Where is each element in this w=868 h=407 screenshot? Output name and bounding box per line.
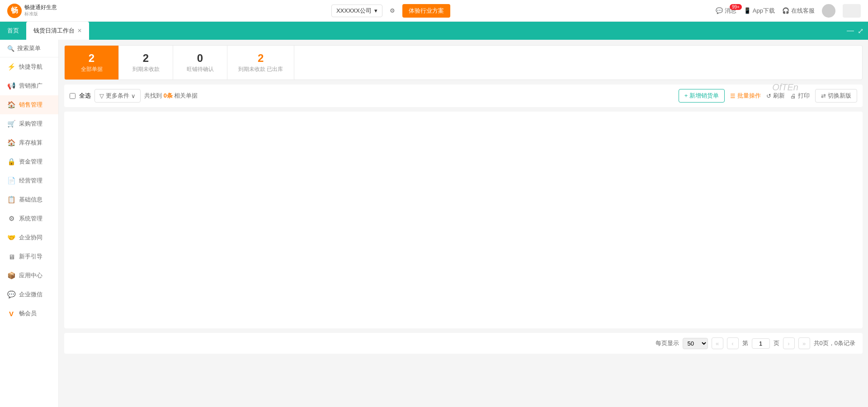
- top-header: 畅 畅捷通好生意 标准版 XXXXXX公司 ▾ ⚙ 体验行业方案 💬 消息 99…: [0, 0, 868, 22]
- new-order-button[interactable]: + 新增销货单: [679, 89, 725, 103]
- per-page-label: 每页显示: [656, 339, 679, 347]
- sidebar-item-operations[interactable]: 📄 经营管理: [0, 171, 58, 190]
- filter-button[interactable]: ▽ 更多条件 ∨: [94, 89, 141, 103]
- refresh-button[interactable]: ↺ 刷新: [766, 92, 785, 100]
- service-icon: 🎧: [782, 7, 789, 14]
- page-input[interactable]: [752, 338, 770, 349]
- sidebar-item-quick-nav[interactable]: ⚡ 快捷导航: [0, 57, 58, 76]
- batch-label: 批量操作: [737, 92, 761, 100]
- sidebar-item-member[interactable]: V 畅会员: [0, 304, 58, 323]
- batch-operation-button[interactable]: ☰ 批量操作: [730, 92, 761, 100]
- next-page-button[interactable]: ›: [783, 337, 795, 349]
- app-center-icon: 📦: [7, 271, 15, 280]
- company-selector[interactable]: XXXXXX公司 ▾: [331, 5, 382, 17]
- sidebar-label-purchase: 采购管理: [19, 120, 42, 128]
- stats-tabs: 2 全部单据 2 到期未收款 0 旺铺待确认 2 到期未收款 已出库: [64, 45, 863, 80]
- online-service-item[interactable]: 🎧 在线客服: [782, 7, 815, 15]
- operations-icon: 📄: [7, 177, 15, 185]
- tab-close-icon[interactable]: ✕: [77, 28, 82, 34]
- quick-nav-icon: ⚡: [7, 63, 15, 71]
- stat-num-shipped: 2: [238, 52, 283, 65]
- toolbar-left: 全选 ▽ 更多条件 ∨ 共找到 0条 相关单据: [70, 89, 675, 103]
- sidebar-item-cooperation[interactable]: 🤝 企业协同: [0, 228, 58, 247]
- tab-minimize-icon[interactable]: —: [847, 27, 854, 35]
- stat-tab-shipped[interactable]: 2 到期未收款 已出库: [227, 46, 294, 80]
- switch-label: 切换新版: [828, 92, 851, 100]
- marketing-icon: 📢: [7, 82, 15, 90]
- sidebar-item-marketing[interactable]: 📢 营销推广: [0, 76, 58, 95]
- select-all-checkbox[interactable]: [70, 93, 75, 99]
- sidebar-item-system[interactable]: ⚙ 系统管理: [0, 209, 58, 228]
- experience-button[interactable]: 体验行业方案: [402, 4, 450, 18]
- print-button[interactable]: 🖨 打印: [790, 92, 810, 100]
- sidebar-item-purchase[interactable]: 🛒 采购管理: [0, 114, 58, 133]
- sidebar-item-sales[interactable]: 🏠 销售管理: [0, 95, 58, 114]
- chevron-down-icon: ▾: [374, 7, 377, 14]
- stat-label-shipped: 到期未收款 已出库: [238, 65, 283, 73]
- sidebar-label-quick-nav: 快捷导航: [19, 63, 42, 71]
- stat-num-all: 2: [75, 52, 108, 65]
- stat-label-all: 全部单据: [75, 65, 108, 73]
- logo-title: 畅捷通好生意: [24, 4, 57, 11]
- last-page-button[interactable]: »: [798, 337, 810, 349]
- sidebar-item-guide[interactable]: 🖥 新手引导: [0, 247, 58, 266]
- avatar[interactable]: [822, 4, 835, 18]
- sidebar-label-guide: 新手引导: [19, 253, 42, 261]
- found-text: 共找到 0条 相关单据: [144, 92, 198, 100]
- first-page-button[interactable]: «: [712, 337, 723, 349]
- stat-label-wangpu: 旺铺待确认: [184, 65, 216, 73]
- stat-tab-overdue[interactable]: 2 到期未收款: [119, 46, 173, 80]
- finance-icon: 🔒: [7, 158, 15, 166]
- sidebar-item-inventory[interactable]: 🏠 库存核算: [0, 133, 58, 152]
- gear-icon: ⚙: [390, 7, 395, 14]
- switch-icon: ⇄: [821, 93, 826, 99]
- message-icon: 💬: [716, 7, 723, 14]
- switch-version-button[interactable]: ⇄ 切换新版: [815, 89, 857, 103]
- app-icon: 📱: [744, 7, 751, 14]
- prev-page-button[interactable]: ‹: [727, 337, 739, 349]
- tab-home[interactable]: 首页: [0, 22, 26, 40]
- settings-button[interactable]: ⚙: [386, 5, 399, 17]
- found-count: 0条: [164, 92, 173, 99]
- cooperation-icon: 🤝: [7, 234, 15, 242]
- sidebar-label-inventory: 库存核算: [19, 139, 42, 147]
- stat-num-wangpu: 0: [184, 52, 216, 65]
- sidebar: 🔍 搜索菜单 ⚡ 快捷导航 📢 营销推广 🏠 销售管理 🛒 采购管理 🏠 库存核…: [0, 40, 59, 407]
- stat-num-overdue: 2: [130, 52, 162, 65]
- per-page-select[interactable]: 50 20 100: [683, 338, 708, 349]
- sidebar-label-sales: 销售管理: [19, 101, 42, 109]
- sidebar-item-app-center[interactable]: 📦 应用中心: [0, 266, 58, 285]
- sidebar-label-cooperation: 企业协同: [19, 234, 42, 242]
- guide-icon: 🖥: [7, 253, 15, 261]
- basic-info-icon: 📋: [7, 196, 15, 204]
- logo-area: 畅 畅捷通好生意 标准版: [7, 4, 66, 18]
- tab-expand-icon[interactable]: ⤢: [858, 27, 863, 35]
- stat-tab-wangpu[interactable]: 0 旺铺待确认: [173, 46, 227, 80]
- header-right: 💬 消息 99+ 📱 App下载 🎧 在线客服: [716, 4, 861, 18]
- search-menu-label: 搜索菜单: [17, 44, 41, 52]
- app-download-item[interactable]: 📱 App下载: [744, 7, 775, 15]
- app-download-label: App下载: [753, 7, 775, 15]
- messages-item[interactable]: 💬 消息 99+: [716, 7, 736, 15]
- sidebar-label-app-center: 应用中心: [19, 271, 42, 280]
- tab-work-bench-label: 钱货日清工作台: [33, 27, 75, 35]
- user-extra[interactable]: [843, 4, 861, 18]
- refresh-label: 刷新: [773, 92, 785, 100]
- toolbar-right: + 新增销货单 ☰ 批量操作 ↺ 刷新 🖨 打印 ⇄ 切换新版: [679, 89, 857, 103]
- wechat-icon: 💬: [7, 290, 15, 299]
- tab-work-bench[interactable]: 钱货日清工作台 ✕: [26, 22, 89, 40]
- sidebar-item-finance[interactable]: 🔒 资金管理: [0, 152, 58, 171]
- page-label: 第: [742, 339, 748, 347]
- inventory-icon: 🏠: [7, 139, 15, 147]
- refresh-icon: ↺: [766, 93, 771, 99]
- stat-tab-all[interactable]: 2 全部单据: [65, 46, 119, 80]
- sidebar-item-wechat[interactable]: 💬 企业微信: [0, 285, 58, 304]
- found-suffix: 相关单据: [174, 92, 198, 99]
- sidebar-item-basic-info[interactable]: 📋 基础信息: [0, 190, 58, 209]
- select-all-label: 全选: [79, 92, 91, 100]
- sidebar-label-marketing: 营销推广: [19, 82, 42, 90]
- search-menu-item[interactable]: 🔍 搜索菜单: [0, 40, 58, 57]
- sidebar-label-operations: 经营管理: [19, 177, 42, 185]
- main-content: 2 全部单据 2 到期未收款 0 旺铺待确认 2 到期未收款 已出库 全选 ▽ …: [59, 40, 868, 407]
- total-records: 共0页，0条记录: [814, 339, 855, 347]
